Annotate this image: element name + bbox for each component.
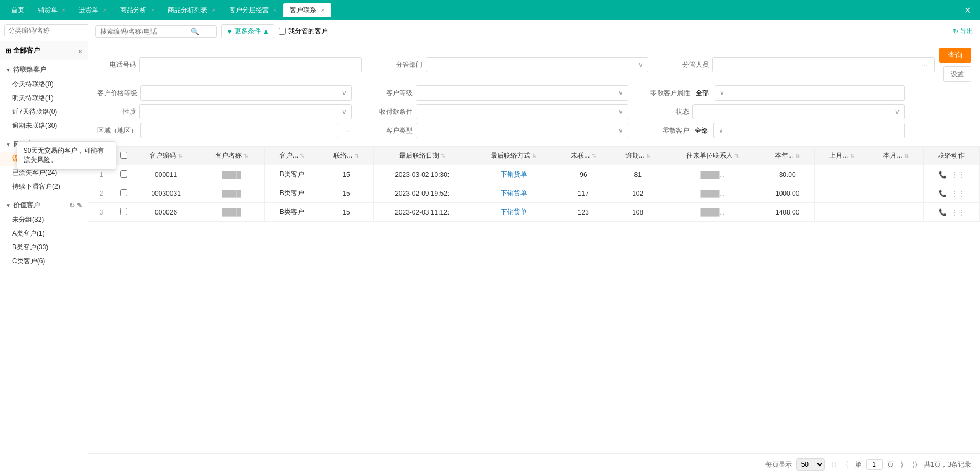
- division-select[interactable]: ∨: [426, 57, 648, 72]
- tab-close-product-analysis-list[interactable]: ×: [212, 7, 215, 13]
- tab-close-customer-contact[interactable]: ×: [321, 7, 324, 13]
- filter-row-2: 客户价格等级 ∨ 客户等级 ∨ 零散客户属性: [97, 85, 971, 101]
- row-checkbox-0[interactable]: [120, 170, 127, 178]
- my-customers-check[interactable]: [279, 28, 286, 35]
- sidebar-item-class-b[interactable]: B类客户(33): [0, 241, 88, 254]
- sidebar-item-class-c[interactable]: C类客户(6): [0, 254, 88, 268]
- customer-type-select[interactable]: ∨: [416, 123, 628, 138]
- next-page-btn[interactable]: ⟩: [898, 460, 905, 469]
- sidebar-group-value-title[interactable]: ▼ 价值客户 ↻ ✎: [0, 198, 88, 213]
- settings-button[interactable]: 设置: [943, 66, 971, 82]
- sort-icon-uncontacted[interactable]: ⇅: [592, 153, 596, 159]
- sort-icon-type[interactable]: ⇅: [300, 153, 304, 159]
- cell-last-method[interactable]: 下销货单: [471, 203, 556, 222]
- tab-close-purchase-order[interactable]: ×: [103, 7, 106, 13]
- edit-icon[interactable]: ✎: [77, 202, 82, 210]
- tab-sales-order[interactable]: 销货单 ×: [31, 3, 72, 17]
- sidebar-item-class-a[interactable]: A类客户(1): [0, 227, 88, 241]
- settings-col-header[interactable]: ⚙: [88, 147, 114, 165]
- region-dots[interactable]: ···: [342, 127, 352, 134]
- tab-purchase-order[interactable]: 进货单 ×: [72, 3, 113, 17]
- sidebar-item-tomorrow[interactable]: 明天待联络(1): [0, 91, 88, 105]
- retail-customer-select[interactable]: ∨: [713, 123, 905, 138]
- per-page-select[interactable]: 50 20 100: [796, 458, 825, 471]
- sort-icon-contact[interactable]: ⇅: [355, 153, 359, 159]
- sort-icon-last-month[interactable]: ⇅: [850, 153, 854, 159]
- tab-close-product-analysis[interactable]: ×: [151, 7, 154, 13]
- sort-icon-code[interactable]: ⇅: [178, 153, 183, 159]
- cell-last-method[interactable]: 下销货单: [471, 184, 556, 203]
- phone-input[interactable]: [139, 57, 362, 72]
- refresh-icon[interactable]: ↻: [69, 202, 75, 210]
- sidebar-group-risk-title[interactable]: ▼ 风险客户: [0, 137, 88, 152]
- tab-product-analysis-list[interactable]: 商品分析列表 ×: [161, 3, 222, 17]
- last-page-btn[interactable]: ⟩⟩: [910, 460, 920, 469]
- tab-customer-tier[interactable]: 客户分层经营 ×: [222, 3, 283, 17]
- manager-dots[interactable]: ···: [920, 61, 930, 69]
- sort-icon-contact-person[interactable]: ⇅: [734, 153, 739, 159]
- payment-select[interactable]: ∨: [416, 104, 628, 119]
- filter-search-icon[interactable]: 🔍: [191, 28, 199, 35]
- tab-product-analysis[interactable]: 商品分析 ×: [113, 3, 161, 17]
- export-button[interactable]: ↻ 导出: [953, 27, 973, 36]
- sidebar-item-churn-warning[interactable]: 流失预警客户(3): [0, 152, 88, 166]
- my-customers-checkbox[interactable]: 我分管的客户: [279, 27, 328, 36]
- status-select[interactable]: ∨: [692, 104, 905, 119]
- sort-icon-overdue[interactable]: ⇅: [646, 153, 650, 159]
- table-row: 3 000026 ████ B类客户 15 2023-02-03 11:12: …: [88, 203, 980, 222]
- col-header-this-month: 本月... ⇅: [869, 147, 923, 165]
- region-input[interactable]: [140, 123, 338, 138]
- tab-close-customer-tier[interactable]: ×: [273, 7, 277, 13]
- more-conditions-btn[interactable]: ▼ 更多条件 ▲: [221, 24, 274, 38]
- query-button[interactable]: 查询: [939, 48, 971, 63]
- sort-icon-this-month[interactable]: ⇅: [904, 153, 909, 159]
- row-checkbox-cell[interactable]: [114, 165, 133, 184]
- checkbox-col-header[interactable]: [114, 147, 133, 165]
- manager-select[interactable]: ···: [712, 57, 935, 72]
- cell-last-method[interactable]: 下销货单: [471, 165, 556, 184]
- cell-action[interactable]: 📞 ⋮⋮: [923, 184, 979, 203]
- retail-attr-select[interactable]: ∨: [715, 85, 905, 101]
- first-page-btn[interactable]: ⟨⟨: [829, 460, 839, 469]
- customer-level-select[interactable]: ∨: [416, 85, 628, 101]
- action-call-icon[interactable]: 📞: [939, 171, 947, 179]
- row-checkbox-cell[interactable]: [114, 203, 133, 222]
- row-checkbox-cell[interactable]: [114, 184, 133, 203]
- tab-home[interactable]: 首页: [4, 3, 31, 17]
- column-settings-icon[interactable]: ⚙: [98, 152, 105, 160]
- gender-select[interactable]: ∨: [139, 104, 352, 119]
- tab-close-sales-order[interactable]: ×: [62, 7, 65, 13]
- action-more-icon[interactable]: ⋮⋮: [951, 208, 965, 216]
- action-call-icon[interactable]: 📞: [939, 208, 947, 216]
- sidebar-item-overdue[interactable]: 逾期未联络(30): [0, 119, 88, 133]
- sort-icon-year[interactable]: ⇅: [795, 153, 800, 159]
- sidebar-item-declining[interactable]: 持续下滑客户(2): [0, 180, 88, 194]
- action-call-icon[interactable]: 📞: [939, 190, 947, 197]
- sidebar-item-churned[interactable]: 已流失客户(24): [0, 166, 88, 180]
- customer-price-select[interactable]: ∨: [140, 85, 352, 101]
- sidebar-collapse-btn[interactable]: «: [78, 46, 82, 55]
- action-more-icon[interactable]: ⋮⋮: [951, 190, 965, 197]
- cell-last-month-amount: [815, 203, 869, 222]
- action-more-icon[interactable]: ⋮⋮: [951, 171, 965, 179]
- cell-contact-person: ████...: [665, 203, 760, 222]
- filter-search-input[interactable]: [100, 28, 189, 35]
- sidebar-item-week[interactable]: 近7天待联络(0): [0, 105, 88, 119]
- sidebar-group-pending-title[interactable]: ▼ 待联络客户: [0, 62, 88, 77]
- chevron-down-icon-risk: ▼: [6, 142, 11, 148]
- row-checkbox-2[interactable]: [120, 208, 127, 215]
- tab-customer-contact[interactable]: 客户联系 ×: [283, 3, 331, 17]
- sidebar-item-today[interactable]: 今天待联络(0): [0, 77, 88, 91]
- window-close-button[interactable]: ✕: [960, 5, 976, 15]
- sidebar-item-ungroup[interactable]: 未分组(32): [0, 213, 88, 227]
- cell-action[interactable]: 📞 ⋮⋮: [923, 165, 979, 184]
- row-checkbox-1[interactable]: [120, 189, 127, 196]
- sort-icon-last-date[interactable]: ⇅: [441, 153, 445, 159]
- sidebar-search-input[interactable]: [4, 24, 88, 36]
- page-input[interactable]: [866, 459, 883, 470]
- sort-icon-name[interactable]: ⇅: [244, 153, 248, 159]
- prev-page-btn[interactable]: ⟨: [843, 460, 851, 469]
- cell-action[interactable]: 📞 ⋮⋮: [923, 203, 979, 222]
- select-all-checkbox[interactable]: [120, 152, 127, 159]
- sort-icon-last-method[interactable]: ⇅: [532, 153, 536, 159]
